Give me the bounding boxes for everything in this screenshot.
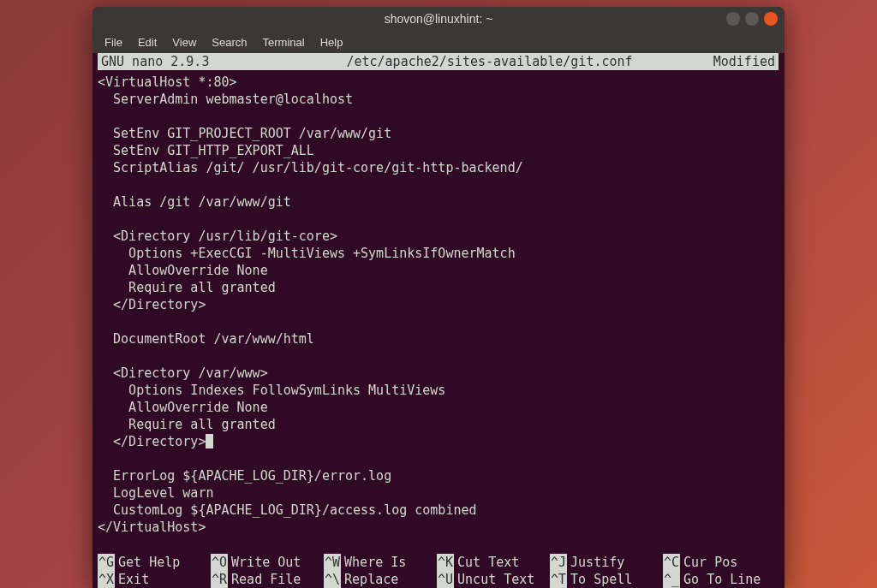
shortcut-label: Justify <box>570 554 624 571</box>
nano-header: GNU nano 2.9.3 /etc/apache2/sites-availa… <box>98 53 779 70</box>
shortcut-key: ^C <box>663 554 680 571</box>
shortcut-label: Replace <box>344 571 398 588</box>
shortcut-row: ^GGet Help^OWrite Out^WWhere Is^KCut Tex… <box>98 554 779 571</box>
menu-search[interactable]: Search <box>205 33 254 51</box>
maximize-button[interactable] <box>745 12 759 26</box>
shortcut-label: Cut Text <box>457 554 519 571</box>
shortcut: ^\Replace <box>324 571 437 588</box>
shortcut-key: ^U <box>437 571 454 588</box>
shortcut-label: Where Is <box>344 554 406 571</box>
shortcut: ^CCur Pos <box>663 554 776 571</box>
shortcut-key: ^J <box>550 554 567 571</box>
shortcut-key: ^R <box>211 571 228 588</box>
menubar: File Edit View Search Terminal Help <box>92 31 785 53</box>
titlebar[interactable]: shovon@linuxhint: ~ <box>92 7 785 31</box>
minimize-button[interactable] <box>726 12 740 26</box>
shortcut-key: ^X <box>98 571 115 588</box>
shortcut-label: Cur Pos <box>683 554 737 571</box>
shortcut-label: To Spell <box>570 571 632 588</box>
shortcut: ^TTo Spell <box>550 571 663 588</box>
shortcut-row: ^XExit^RRead File^\Replace^UUncut Text^T… <box>98 571 779 588</box>
shortcut-label: Get Help <box>118 554 180 571</box>
menu-help[interactable]: Help <box>313 33 350 51</box>
shortcut-label: Read File <box>231 571 301 588</box>
shortcut: ^OWrite Out <box>211 554 324 571</box>
nano-footer: ^GGet Help^OWrite Out^WWhere Is^KCut Tex… <box>92 554 785 588</box>
menu-file[interactable]: File <box>98 33 129 51</box>
editor-body[interactable]: <VirtualHost *:80> ServerAdmin webmaster… <box>92 70 785 554</box>
shortcut: ^KCut Text <box>437 554 550 571</box>
cursor <box>206 434 213 448</box>
nano-file-path: /etc/apache2/sites-available/git.conf <box>289 54 689 69</box>
shortcut-key: ^O <box>211 554 228 571</box>
menu-terminal[interactable]: Terminal <box>256 33 312 51</box>
shortcut-label: Write Out <box>231 554 301 571</box>
shortcut-key: ^_ <box>663 571 680 588</box>
window-controls <box>726 12 778 26</box>
menu-edit[interactable]: Edit <box>131 33 164 51</box>
terminal-content[interactable]: GNU nano 2.9.3 /etc/apache2/sites-availa… <box>92 53 785 588</box>
shortcut-key: ^G <box>98 554 115 571</box>
shortcut: ^WWhere Is <box>324 554 437 571</box>
shortcut-label: Exit <box>118 571 149 588</box>
shortcut: ^GGet Help <box>98 554 211 571</box>
shortcut-key: ^W <box>324 554 341 571</box>
shortcut-key: ^K <box>437 554 454 571</box>
terminal-window: shovon@linuxhint: ~ File Edit View Searc… <box>92 7 785 588</box>
window-title: shovon@linuxhint: ~ <box>385 12 493 26</box>
nano-version: GNU nano 2.9.3 <box>101 54 289 69</box>
shortcut-key: ^\ <box>324 571 341 588</box>
close-button[interactable] <box>764 12 778 26</box>
nano-status: Modified <box>689 54 775 69</box>
shortcut: ^XExit <box>98 571 211 588</box>
shortcut: ^RRead File <box>211 571 324 588</box>
shortcut-label: Go To Line <box>683 571 761 588</box>
shortcut-key: ^T <box>550 571 567 588</box>
shortcut: ^_Go To Line <box>663 571 776 588</box>
menu-view[interactable]: View <box>165 33 203 51</box>
shortcut: ^JJustify <box>550 554 663 571</box>
shortcut: ^UUncut Text <box>437 571 550 588</box>
shortcut-label: Uncut Text <box>457 571 534 588</box>
